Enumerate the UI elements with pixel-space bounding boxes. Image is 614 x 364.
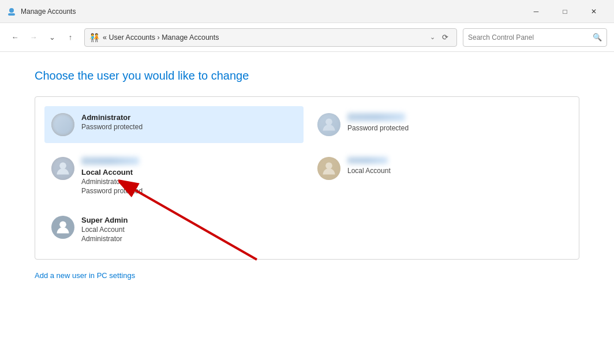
avatar-local-admin: [51, 157, 74, 180]
address-dropdown-chevron[interactable]: ⌄: [430, 33, 435, 41]
app-icon: [7, 7, 16, 16]
search-icon[interactable]: 🔍: [593, 33, 602, 42]
account-type-super-admin: Local Account: [81, 226, 128, 234]
account-info-local-admin: Local Account Administrator Password pro…: [81, 157, 143, 195]
avatar-admin: [51, 113, 74, 136]
breadcrumb-arrow: ›: [155, 33, 162, 42]
user-silhouette-icon-5: [55, 219, 71, 235]
blurred-name-local-admin: [81, 157, 139, 165]
account-info-admin: Administrator Password protected: [81, 113, 143, 131]
maximize-button[interactable]: □: [552, 2, 578, 21]
account-item-local2[interactable]: Local Account: [310, 150, 570, 202]
account-info-local2: Local Account: [347, 157, 391, 175]
minimize-button[interactable]: ─: [523, 2, 549, 21]
address-path: « User Accounts › Manage Accounts: [103, 33, 426, 42]
account-item-super-admin[interactable]: Super Admin Local Account Administrator: [44, 209, 304, 250]
accounts-container: Administrator Password protected Passwor…: [35, 96, 579, 260]
account-name-admin: Administrator: [81, 113, 143, 122]
account-type-admin: Password protected: [81, 123, 143, 131]
title-bar-left: Manage Accounts: [7, 7, 76, 16]
close-button[interactable]: ✕: [581, 2, 607, 21]
window-title: Manage Accounts: [21, 7, 76, 16]
avatar-super-admin: [51, 216, 74, 239]
address-bar[interactable]: 🧑‍🤝‍🧑 « User Accounts › Manage Accounts …: [84, 28, 457, 47]
account-item-admin-protected[interactable]: Administrator Password protected: [44, 106, 304, 143]
account-name-local-admin: Local Account: [81, 168, 143, 177]
account-sub-local-admin: Password protected: [81, 187, 143, 195]
avatar-user2: [317, 113, 340, 136]
page-title: Choose the user you would like to change: [35, 69, 579, 82]
window-controls: ─ □ ✕: [523, 2, 607, 21]
accounts-grid: Administrator Password protected Passwor…: [44, 106, 570, 250]
back-button[interactable]: ←: [7, 29, 23, 46]
search-bar[interactable]: 🔍: [463, 28, 607, 47]
main-content: Choose the user you would like to change…: [0, 52, 614, 364]
svg-point-6: [59, 222, 66, 228]
up-button[interactable]: ↑: [62, 29, 78, 46]
search-input[interactable]: [468, 33, 589, 42]
account-type-user2: Password protected: [347, 124, 409, 132]
blurred-name-user2: [347, 113, 405, 121]
account-type-local-admin: Administrator: [81, 178, 143, 186]
account-info-user2: Password protected: [347, 113, 409, 132]
avatar-local2: [317, 157, 340, 180]
account-sub-super-admin: Administrator: [81, 235, 128, 243]
account-name-super-admin: Super Admin: [81, 216, 128, 224]
title-bar: Manage Accounts ─ □ ✕: [0, 0, 614, 23]
svg-rect-1: [8, 13, 15, 16]
breadcrumb-separator: «: [103, 33, 108, 42]
account-item-local-admin[interactable]: Local Account Administrator Password pro…: [44, 150, 304, 202]
add-user-link[interactable]: Add a new user in PC settings: [35, 271, 135, 280]
forward-button[interactable]: →: [25, 29, 42, 46]
address-icon: 🧑‍🤝‍🧑: [89, 33, 99, 42]
account-item-user2[interactable]: Password protected: [310, 106, 570, 143]
refresh-button[interactable]: ⟳: [439, 32, 452, 43]
empty-cell: [310, 209, 570, 250]
nav-bar: ← → ⌄ ↑ 🧑‍🤝‍🧑 « User Accounts › Manage A…: [0, 23, 614, 52]
account-type-local2: Local Account: [347, 167, 391, 175]
svg-point-0: [9, 8, 14, 13]
account-info-super-admin: Super Admin Local Account Administrator: [81, 216, 128, 243]
breadcrumb-user-accounts[interactable]: User Accounts: [108, 33, 155, 42]
blurred-name-local2: [347, 157, 388, 164]
breadcrumb-manage-accounts[interactable]: Manage Accounts: [162, 33, 219, 42]
recent-locations-button[interactable]: ⌄: [44, 29, 60, 46]
